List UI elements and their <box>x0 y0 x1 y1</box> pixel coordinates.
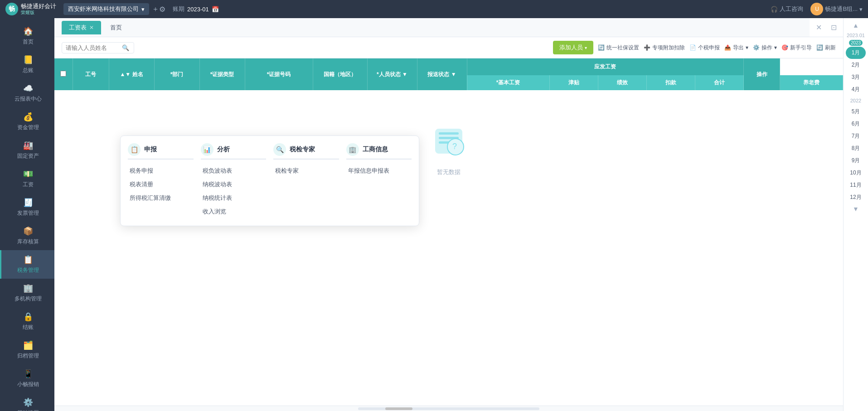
svg-text:?: ? <box>452 142 457 151</box>
sidebar-item-ledger[interactable]: 📒 总账 <box>0 50 54 79</box>
sidebar-label-mini: 小畅报销 <box>17 381 39 388</box>
toolbar-action-label-operation: 操作 <box>761 44 772 52</box>
dropdown-item-tax-pay-fluctuation[interactable]: 纳税波动表 <box>201 178 267 191</box>
th-应发工资: 应发工资 <box>467 58 744 75</box>
sidebar-item-asset[interactable]: 🏭 固定资产 <box>0 136 54 164</box>
top-bar: 畅 畅捷通好会计 荣耀版 西安虾米网络科技有限公司 ▾ ＋ ⚙ 账期 2023-… <box>0 0 868 18</box>
calendar-icon[interactable]: 📅 <box>212 6 219 13</box>
window-controls: ✕ ⊡ <box>810 18 843 37</box>
dropdown-section-business: 🏢 工商信息 年报信息申报表 <box>346 143 412 218</box>
dropdown-item-tax-form[interactable]: 税表清册 <box>128 178 194 191</box>
svg-rect-1 <box>439 132 459 135</box>
support-action[interactable]: 🎧 人工咨询 <box>771 5 803 13</box>
sidebar-item-multi[interactable]: 🏢 多机构管理 <box>0 279 54 307</box>
month-item-9月[interactable]: 9月 <box>846 155 866 167</box>
tab-close-payroll[interactable]: ✕ <box>89 24 94 31</box>
dropdown-title-tax-expert: 🔍 税检专家 <box>273 143 339 160</box>
dropdown-section-tax-expert: 🔍 税检专家 税检专家 <box>273 143 339 218</box>
add-employee-button[interactable]: 添加人员 ▾ <box>553 41 593 54</box>
tax-icon: 📋 <box>23 255 33 265</box>
toolbar-action-social-security[interactable]: 🔄 统一社保设置 <box>598 44 639 52</box>
month-item-11月[interactable]: 11月 <box>846 179 866 191</box>
toolbar-action-label-tax-return: 个税申报 <box>698 44 720 52</box>
search-icon: 🔍 <box>122 44 129 51</box>
app-layout: 🏠 首页 📒 总账 ☁️ 云报表中心 💰 资金管理 🏭 固定资产 💵 工资 🧾 … <box>0 18 868 411</box>
dropdown-item-annual-report[interactable]: 年报信息申报表 <box>346 164 412 178</box>
home-icon: 🏠 <box>23 26 33 36</box>
chevron-down-icon-add: ▾ <box>585 45 587 50</box>
dropdown-item-tax-expert-item[interactable]: 税检专家 <box>273 164 339 178</box>
month-item-1月[interactable]: 1月 <box>846 47 866 59</box>
month-item-2月[interactable]: 2月 <box>846 59 866 71</box>
th-操作: 操作 <box>744 58 780 90</box>
sidebar-item-fund[interactable]: 💰 资金管理 <box>0 107 54 136</box>
month-item-5月[interactable]: 5月 <box>846 106 866 118</box>
year-label-2022: 2022 <box>846 96 866 106</box>
toolbar-action-special-deduct[interactable]: ➕ 专项附加扣除 <box>644 44 685 52</box>
month-item-7月[interactable]: 7月 <box>846 130 866 142</box>
dropdown-item-income-browse[interactable]: 收入浏览 <box>201 205 267 218</box>
sidebar-item-basic[interactable]: ⚙️ 基础设置 <box>0 393 54 411</box>
toolbar-action-operation[interactable]: ⚙️ 操作▾ <box>753 44 777 52</box>
toolbar-action-refresh[interactable]: 🔄 刷新 <box>816 44 836 52</box>
dropdown-item-income-calc[interactable]: 所得税汇算清缴 <box>128 191 194 205</box>
th-姓名: ▲▼ 姓名 <box>109 58 154 90</box>
sidebar-label-cloud: 云报表中心 <box>15 95 42 103</box>
maximize-window-button[interactable]: ⊡ <box>828 22 839 33</box>
toolbar-action-export[interactable]: 📤 导出▾ <box>724 44 748 52</box>
dropdown-title-analysis: 📊 分析 <box>201 143 267 160</box>
main-content: 工资表✕首页 ✕ ⊡ 🔍 添加人员 ▾ 🔄 统一社保设置➕ 专项附加扣除📄 个税… <box>54 18 843 411</box>
th- <box>54 58 73 90</box>
right-panel: ▲ 2023.0120231月2月3月4月20225月6月7月8月9月10月11… <box>843 18 868 411</box>
select-all-checkbox[interactable] <box>60 71 66 77</box>
search-input[interactable] <box>66 44 120 51</box>
toolbar-action-tax-return[interactable]: 📄 个税申报 <box>689 44 720 52</box>
sidebar-label-invoice: 发票管理 <box>17 209 39 217</box>
th-报送状态: 报送状态 ▼ <box>417 58 467 90</box>
table-wrapper[interactable]: 工号▲▼ 姓名*部门*证据类型*证据号码国籍（地区）*人员状态 ▼报送状态 ▼应… <box>54 58 843 406</box>
sidebar-item-salary[interactable]: 💵 工资 <box>0 164 54 193</box>
sidebar-label-home: 首页 <box>23 38 34 46</box>
sidebar-item-mini[interactable]: 📱 小畅报销 <box>0 364 54 393</box>
add-company-button[interactable]: ＋ <box>152 5 159 14</box>
sidebar-label-archive: 归档管理 <box>17 352 39 360</box>
sidebar-label-tax: 税务管理 <box>17 266 39 274</box>
th-证据类型: *证据类型 <box>199 58 245 90</box>
settings-button[interactable]: ⚙ <box>159 5 165 14</box>
dropdown-item-tax-return[interactable]: 税务申报 <box>128 164 194 178</box>
month-item-6月[interactable]: 6月 <box>846 118 866 130</box>
sidebar-label-salary: 工资 <box>23 181 34 189</box>
month-item-12月[interactable]: 12月 <box>846 191 866 203</box>
sidebar-item-close[interactable]: 🔒 结账 <box>0 307 54 336</box>
user-action[interactable]: U 畅捷通B组... ▾ <box>810 3 863 15</box>
th-工号: 工号 <box>73 58 109 90</box>
month-item-3月[interactable]: 3月 <box>846 71 866 83</box>
period-label: 账期 2023-01 📅 <box>173 5 219 13</box>
panel-up-arrow[interactable]: ▲ <box>851 20 861 31</box>
business-section-icon: 🏢 <box>346 143 359 156</box>
month-item-8月[interactable]: 8月 <box>846 142 866 155</box>
close-window-button[interactable]: ✕ <box>813 22 824 33</box>
dropdown-menu: 📋 申报 税务申报税表清册所得税汇算清缴 📊 分析 税负波动表纳税波动表纳税统计… <box>120 135 419 226</box>
company-selector[interactable]: 西安虾米网络科技有限公司 ▾ <box>63 3 149 15</box>
export-icon: 📤 <box>724 44 731 51</box>
sidebar-item-cloud[interactable]: ☁️ 云报表中心 <box>0 79 54 107</box>
payroll-table: 工号▲▼ 姓名*部门*证据类型*证据号码国籍（地区）*人员状态 ▼报送状态 ▼应… <box>54 58 843 90</box>
dropdown-item-tax-stats[interactable]: 纳税统计表 <box>201 191 267 205</box>
dropdown-item-tax-fluctuation[interactable]: 税负波动表 <box>201 164 267 178</box>
refresh-icon: 🔄 <box>816 44 823 51</box>
chevron-down-icon: ▾ <box>141 6 145 13</box>
sidebar-item-inventory[interactable]: 📦 库存核算 <box>0 222 54 250</box>
month-item-4月[interactable]: 4月 <box>846 83 866 96</box>
sidebar-item-tax[interactable]: 📋 税务管理 <box>0 250 54 279</box>
tab-payroll[interactable]: 工资表✕ <box>62 21 101 34</box>
month-item-10月[interactable]: 10月 <box>846 167 866 179</box>
sidebar-item-home[interactable]: 🏠 首页 <box>0 22 54 50</box>
tab-home[interactable]: 首页 <box>103 21 129 34</box>
sidebar-item-invoice[interactable]: 🧾 发票管理 <box>0 193 54 222</box>
toolbar-action-new-guide[interactable]: 🎯 新手引导 <box>781 44 812 52</box>
fund-icon: 💰 <box>23 112 33 122</box>
panel-down-arrow[interactable]: ▼ <box>851 203 861 214</box>
sidebar-item-archive[interactable]: 🗂️ 归档管理 <box>0 336 54 364</box>
toolbar-action-label-special-deduct: 专项附加扣除 <box>652 44 685 52</box>
